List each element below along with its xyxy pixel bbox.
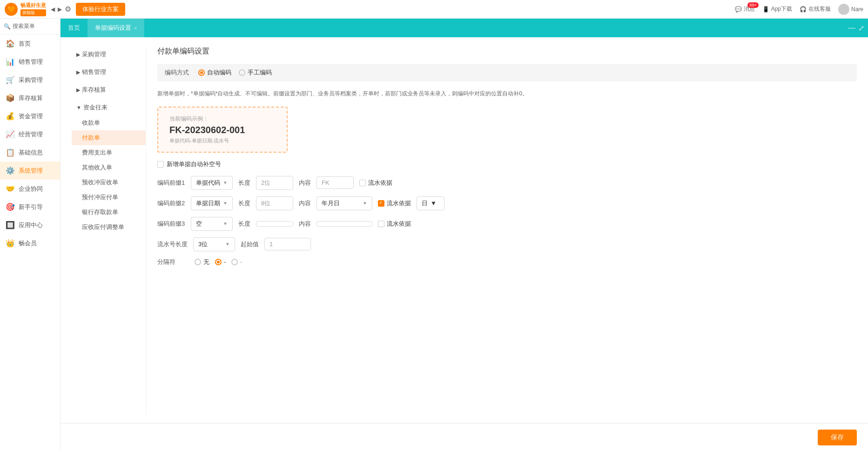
top-bar-nav: ◀ ▶ ⚙ bbox=[51, 5, 71, 13]
sub-menu-group-inventory: ▶ 库存核算 bbox=[72, 82, 146, 98]
sub-menu-header-purchase[interactable]: ▶ 采购管理 bbox=[72, 47, 146, 62]
separator-none-radio[interactable]: 无 bbox=[195, 258, 209, 266]
serial-length-select[interactable]: 3位 ▼ bbox=[193, 237, 235, 251]
prefix3-select-value: 空 bbox=[196, 220, 202, 228]
sub-menu-header-inventory[interactable]: ▶ 库存核算 bbox=[72, 82, 146, 98]
tab-maximize-icon[interactable]: ⤢ bbox=[858, 24, 864, 33]
business-icon: 📈 bbox=[6, 130, 15, 139]
top-bar-left: 🧡 畅通好生意 旗舰版 ◀ ▶ ⚙ 体验行业方案 bbox=[5, 2, 125, 16]
tab-minimize-icon[interactable]: — bbox=[848, 24, 855, 32]
auto-fill-checkbox[interactable] bbox=[157, 161, 164, 168]
serial-arrow-icon: ▼ bbox=[225, 242, 230, 247]
preview-label: 当前编码示例： bbox=[169, 115, 276, 123]
sub-menu-item-receipt[interactable]: 收款单 bbox=[72, 115, 146, 130]
sidebar-item-newbie[interactable]: 🎯 新手引导 bbox=[0, 198, 60, 216]
watermark1-cb bbox=[359, 180, 366, 186]
separator-label: 分隔符 bbox=[157, 258, 185, 266]
prefix2-select-value: 单据日期 bbox=[196, 199, 220, 208]
preview-format: 单据代码-单据日期-流水号 bbox=[169, 137, 276, 144]
watermark2-cb bbox=[378, 200, 384, 207]
sidebar-item-system[interactable]: ⚙️ 系统管理 bbox=[0, 162, 60, 180]
bottom-bar: 保存 bbox=[61, 423, 868, 451]
sidebar-item-enterprise[interactable]: 🤝 企业协同 bbox=[0, 180, 60, 198]
watermark1-checkbox[interactable]: 流水依据 bbox=[359, 179, 392, 187]
config-row-1: 编码前缀1 单据代码 ▼ 长度 2位 内容 FK 流水依据 bbox=[157, 176, 857, 190]
sub-menu-header-capital[interactable]: ▼ 资金往来 bbox=[72, 100, 146, 115]
description-text: 新增单据时，*单据编码*自动生成、不可编辑。前缀设置为部门、业务员等档案类，开单… bbox=[157, 89, 857, 99]
sub-menu-item-expense[interactable]: 费用支出单 bbox=[72, 145, 146, 160]
tab-encoding-settings[interactable]: 单据编码设置 × bbox=[87, 19, 144, 37]
manual-encoding-radio[interactable]: 手工编码 bbox=[239, 68, 272, 77]
sub-menu-item-adjustment[interactable]: 应收应付调整单 bbox=[72, 220, 146, 235]
day-arrow-icon: ▼ bbox=[431, 200, 437, 207]
sidebar-item-inventory[interactable]: 📦 库存核算 bbox=[0, 89, 60, 107]
nav-left-arrow[interactable]: ◀ bbox=[51, 6, 55, 13]
sub-menu-item-advance-receivable[interactable]: 预收冲应收单 bbox=[72, 175, 146, 190]
sidebar-item-finance[interactable]: 💰 资金管理 bbox=[0, 107, 60, 125]
sidebar-item-apps[interactable]: 🔲 应用中心 bbox=[0, 216, 60, 234]
tab-bar-actions: — ⤢ bbox=[848, 24, 868, 33]
page-title: 付款单编码设置 bbox=[157, 47, 857, 56]
sub-sidebar: ▶ 采购管理 ▶ 销售管理 ▶ 库存核算 bbox=[72, 47, 146, 414]
content2-select[interactable]: 年月日 ▼ bbox=[316, 196, 372, 210]
inventory-icon: 📦 bbox=[6, 94, 15, 102]
user-info[interactable]: Nare bbox=[838, 4, 863, 15]
prefix1-select[interactable]: 单据代码 ▼ bbox=[191, 176, 233, 190]
sub-menu-group-capital: ▼ 资金往来 收款单 付款单 费用支出单 其他收入单 预收冲应收单 预付冲应付单… bbox=[72, 100, 146, 235]
preview-box: 当前编码示例： FK-20230602-001 单据代码-单据日期-流水号 bbox=[157, 107, 288, 153]
sidebar-item-home[interactable]: 🏠 首页 bbox=[0, 34, 60, 53]
sub-menu-item-advance-payable[interactable]: 预付冲应付单 bbox=[72, 190, 146, 205]
tab-bar: 首页 单据编码设置 × — ⤢ bbox=[61, 19, 868, 37]
main: 首页 单据编码设置 × — ⤢ ▶ 采购管理 bbox=[61, 19, 868, 451]
content1-label: 内容 bbox=[299, 179, 311, 187]
auto-fill-label: 新增单据自动补空号 bbox=[167, 160, 221, 168]
sub-menu-item-other-income[interactable]: 其他收入单 bbox=[72, 160, 146, 175]
message-button[interactable]: 💬 消息 99+ bbox=[735, 5, 755, 13]
content2-select-value: 年月日 bbox=[322, 199, 340, 208]
sidebar: 🔍 搜索菜单 🏠 首页 📊 销售管理 🛒 采购管理 📦 库存核算 💰 bbox=[0, 19, 61, 451]
sidebar-item-basic[interactable]: 📋 基础信息 bbox=[0, 143, 60, 162]
online-service-button[interactable]: 🎧 在线客服 bbox=[800, 5, 831, 13]
tab-home[interactable]: 首页 bbox=[61, 19, 87, 37]
arrow-right-icon: ▶ bbox=[76, 52, 80, 58]
sub-menu-header-sales[interactable]: ▶ 销售管理 bbox=[72, 64, 146, 80]
separator-dot2-radio[interactable]: · bbox=[231, 258, 242, 265]
settings-icon[interactable]: ⚙ bbox=[65, 5, 71, 13]
prefix2-label: 编码前缀2 bbox=[157, 199, 185, 208]
serial-length-value: 3位 bbox=[198, 240, 208, 249]
sidebar-item-business[interactable]: 📈 经营管理 bbox=[0, 125, 60, 143]
logo-icon: 🧡 bbox=[5, 3, 18, 16]
main-content: 付款单编码设置 编码方式 自动编码 手工编码 bbox=[146, 47, 857, 414]
sidebar-item-purchase[interactable]: 🛒 采购管理 bbox=[0, 71, 60, 89]
layout: 🔍 搜索菜单 🏠 首页 📊 销售管理 🛒 采购管理 📦 库存核算 💰 bbox=[0, 19, 868, 451]
logo-text: 畅通好生意 旗舰版 bbox=[20, 2, 46, 16]
content1-input: FK bbox=[316, 176, 354, 189]
app-download-button[interactable]: 📱 App下载 bbox=[762, 5, 792, 13]
nav-right-arrow[interactable]: ▶ bbox=[58, 6, 62, 13]
tab-close-icon[interactable]: × bbox=[134, 25, 137, 31]
separator-dot-radio[interactable]: - bbox=[215, 258, 226, 265]
watermark3-label: 流水依据 bbox=[387, 220, 411, 228]
watermark3-checkbox[interactable]: 流水依据 bbox=[378, 220, 411, 228]
sidebar-item-member[interactable]: 👑 畅会员 bbox=[0, 234, 60, 252]
sub-menu-item-payment[interactable]: 付款单 bbox=[72, 130, 146, 145]
encoding-radio-group: 自动编码 手工编码 bbox=[198, 68, 272, 77]
watermark2-checkbox[interactable]: 流水依据 bbox=[378, 199, 411, 208]
sidebar-item-sales[interactable]: 📊 销售管理 bbox=[0, 53, 60, 71]
day-select[interactable]: 日 ▼ bbox=[417, 196, 444, 210]
sidebar-search[interactable]: 🔍 搜索菜单 bbox=[0, 19, 60, 34]
trial-button[interactable]: 体验行业方案 bbox=[76, 3, 125, 16]
member-icon: 👑 bbox=[6, 239, 15, 248]
auto-radio-dot bbox=[198, 69, 205, 76]
start-value-input[interactable]: 1 bbox=[264, 238, 311, 250]
save-button[interactable]: 保存 bbox=[818, 430, 857, 445]
basic-icon: 📋 bbox=[6, 148, 15, 157]
content3-input bbox=[316, 221, 372, 227]
auto-encoding-radio[interactable]: 自动编码 bbox=[198, 68, 231, 77]
arrow-right-icon2: ▶ bbox=[76, 69, 80, 75]
prefix2-select[interactable]: 单据日期 ▼ bbox=[191, 196, 233, 210]
service-icon: 🎧 bbox=[800, 6, 807, 13]
prefix3-select[interactable]: 空 ▼ bbox=[191, 217, 233, 231]
sub-menu-item-bank[interactable]: 银行存取款单 bbox=[72, 205, 146, 220]
prefix3-arrow-icon: ▼ bbox=[223, 221, 228, 226]
